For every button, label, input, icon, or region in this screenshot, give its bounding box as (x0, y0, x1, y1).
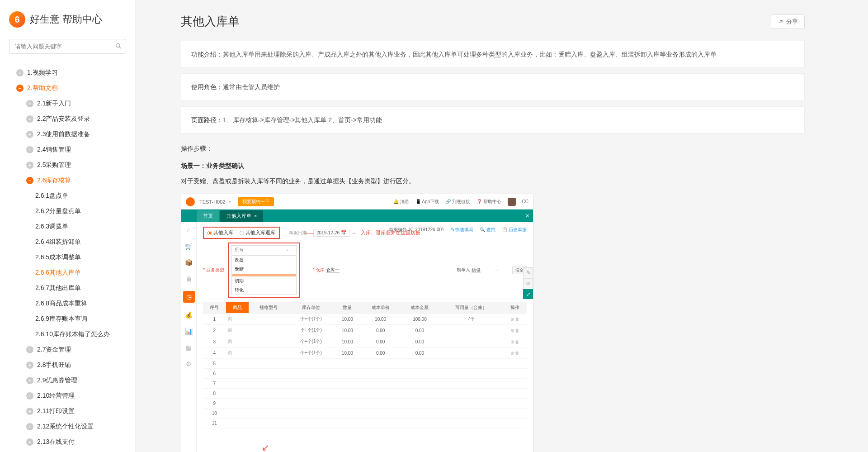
role-box: 使用角色：通常由仓管人员维护 (181, 73, 805, 100)
trash-icon: 🗑 (185, 275, 193, 283)
intro-box: 功能介绍：其他入库单用来处理除采购入库、产成品入库之外的其他入库业务，因此其他入… (181, 41, 805, 68)
main-content: 其他入库单 分享 功能介绍：其他入库单用来处理除采购入库、产成品入库之外的其他入… (136, 0, 868, 452)
svg-line-1 (119, 47, 121, 48)
clock-icon: ◷ (183, 291, 195, 303)
nav-item[interactable]: 2.6.1盘点单 (9, 188, 126, 204)
nav-item[interactable]: 2.6.3调拨单 (9, 219, 126, 234)
nav-item[interactable]: +2.3使用前数据准备 (9, 127, 126, 142)
expand-icon: + (26, 408, 33, 415)
nav-item[interactable]: −2.6库存核算 (9, 173, 126, 188)
share-button[interactable]: 分享 (771, 14, 805, 29)
collapse-icon: − (26, 177, 33, 184)
grid-icon: ▦ (185, 343, 193, 352)
ss-top-icons: 🔔 消息 📱 App下载 🔗 到底链接 ❓ 帮助中心 CC (393, 198, 528, 206)
search-icon[interactable] (115, 43, 122, 50)
expand-icon: + (16, 69, 24, 76)
ss-radio-group: 其他入库 其他入库退库 (203, 227, 280, 239)
steps-label: 操作步骤： (181, 145, 805, 153)
nav-item[interactable]: 2.6.8商品成本重算 (9, 296, 126, 311)
embedded-screenshot: TEST-H002 ▾ 我要预约一下 🔔 消息 📱 App下载 🔗 到底链接 ❓… (181, 194, 533, 452)
nav-item[interactable]: 2.6.10库存账本错了怎么办 (9, 327, 126, 342)
expand-icon: + (26, 131, 33, 138)
nav-item[interactable]: −2.帮助文档 (9, 81, 126, 96)
nav-item[interactable]: +2.14常见问题 (9, 450, 126, 452)
nav-item[interactable]: +2.4销售管理 (9, 142, 126, 157)
search-input[interactable] (9, 39, 126, 54)
nav-tree: +1.视频学习−2.帮助文档+2.1新手入门+2.2产品安装及登录+2.3使用前… (9, 65, 126, 452)
expand-icon: + (26, 162, 33, 169)
expand-icon: + (26, 362, 33, 369)
expand-icon: + (26, 423, 33, 430)
nav-item[interactable]: +2.7资金管理 (9, 342, 126, 357)
nav-item[interactable]: +2.5采购管理 (9, 157, 126, 173)
expand-icon: + (26, 115, 33, 123)
ss-promo-button: 我要预约一下 (238, 197, 274, 206)
expand-icon: + (26, 100, 33, 107)
search-box (9, 39, 126, 54)
nav-item[interactable]: 2.6.9库存账本查询 (9, 311, 126, 327)
nav-item[interactable]: 2.6.4组装拆卸单 (9, 234, 126, 250)
wallet-icon: 💰 (185, 311, 193, 319)
logo-icon: 6 (9, 11, 25, 28)
expand-icon: + (26, 346, 33, 353)
scene1-title: 场景一：业务类型确认 (181, 162, 805, 170)
nav-item[interactable]: 2.6.2分量盘点单 (9, 204, 126, 219)
nav-item[interactable]: +2.2产品安装及登录 (9, 111, 126, 127)
cart-icon: 🛒 (185, 242, 193, 250)
scene1-text: 对于受赠、盘盈或是拆装入库等不同的业务，是通过单据头【业务类型】进行区分。 (181, 176, 805, 187)
box-icon: 📦 (185, 258, 193, 266)
nav-item[interactable]: 2.6.7其他出库单 (9, 281, 126, 296)
page-title: 其他入库单 (181, 14, 240, 29)
nav-item[interactable]: +2.9优惠券管理 (9, 373, 126, 388)
ss-tab-home: 首页 (197, 210, 219, 222)
gear-icon: ⚙ (185, 360, 193, 368)
ss-tab-doc: 其他入库单 × (220, 210, 263, 222)
ss-table: 序号商品规格型号库存单位数量成本单价成本金额可用量（台账）操作 1商个+个(1个… (203, 302, 527, 428)
ss-biz-dropdown: 所有⌄ 盘盈受赠初期转化 (228, 243, 300, 298)
expand-icon: + (26, 392, 33, 400)
logo-text: 好生意 帮助中心 (30, 13, 102, 26)
nav-item[interactable]: +2.11打印设置 (9, 404, 126, 419)
expand-icon: + (26, 146, 33, 153)
nav-item[interactable]: +1.视频学习 (9, 65, 126, 81)
expand-icon: + (26, 438, 33, 446)
expand-icon: + (26, 377, 33, 384)
path-box: 页面路径：1、库存核算->库存管理->其他入库单 2、首页->常用功能 (181, 106, 805, 133)
collapse-icon: − (16, 85, 24, 92)
nav-item[interactable]: +2.1新手入门 (9, 96, 126, 111)
nav-item[interactable]: +2.13在线支付 (9, 434, 126, 450)
nav-item[interactable]: +2.8手机旺铺 (9, 357, 126, 373)
chart-icon: 📊 (185, 327, 193, 335)
ss-side-tools: ✎ ⟳ ⤢ (523, 267, 533, 299)
ss-logo-icon (186, 197, 195, 206)
home-icon: ⌂ (185, 226, 193, 234)
nav-item[interactable]: +2.10经营管理 (9, 388, 126, 404)
nav-item[interactable]: 2.6.6其他入库单 (9, 265, 126, 281)
sidebar: 6 好生意 帮助中心 +1.视频学习−2.帮助文档+2.1新手入门+2.2产品安… (0, 0, 136, 452)
ss-leftbar: ⌂ 🛒 📦 🗑 ◷ 💰 📊 ▦ ⚙ (181, 222, 197, 452)
logo: 6 好生意 帮助中心 (9, 11, 126, 28)
svg-point-0 (116, 43, 120, 47)
nav-item[interactable]: +2.12系统个性化设置 (9, 419, 126, 434)
nav-item[interactable]: 2.6.5成本调整单 (9, 250, 126, 265)
